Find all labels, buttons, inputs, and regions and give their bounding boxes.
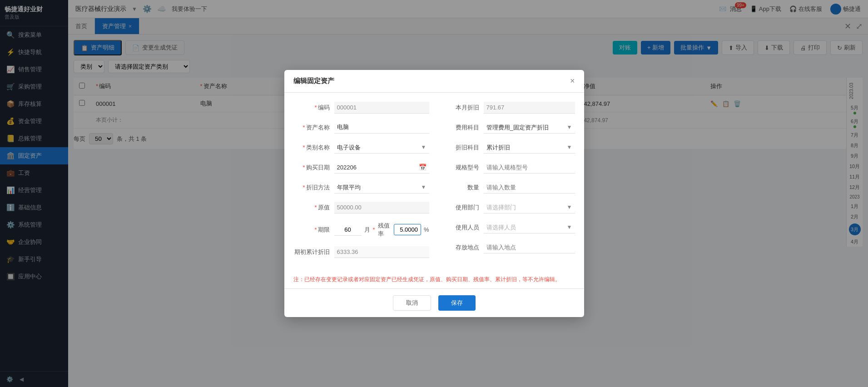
purchase-date-wrap: 📅: [334, 162, 429, 174]
form-right-col: 本月折旧 费用科目 管理费用_固定资产折旧 ▼: [443, 102, 575, 266]
spec-model-input[interactable]: [484, 162, 575, 174]
dept-label: 使用部门: [443, 203, 484, 212]
form-row-initial-cumulative-depr: 期初累计折旧: [293, 246, 429, 258]
residual-rate-input[interactable]: [394, 224, 421, 235]
modal-body: *编码 *资产名称 *类别名称: [284, 93, 584, 275]
monthly-depr-input: [484, 102, 575, 114]
spec-model-label: 规格型号: [443, 164, 484, 172]
expense-subject-label: 费用科目: [443, 124, 484, 132]
quantity-input[interactable]: [484, 182, 575, 194]
purchase-date-input[interactable]: [334, 162, 416, 173]
expense-subject-select[interactable]: 管理费用_固定资产折旧: [484, 122, 575, 133]
form-row-purchase-date: *购买日期 📅: [293, 162, 429, 174]
residual-rate-req-star: *: [373, 226, 375, 233]
modal-footer: 取消 保存: [284, 288, 584, 317]
depr-subject-label: 折旧科目: [443, 144, 484, 152]
period-unit: 月: [364, 226, 370, 234]
monthly-depr-label: 本月折旧: [443, 104, 484, 112]
original-value-label: *原值: [293, 203, 334, 212]
form-row-dept: 使用部门 请选择部门 ▼: [443, 202, 575, 213]
form-row-location: 存放地点: [443, 242, 575, 253]
purchase-date-label: *购买日期: [293, 164, 334, 172]
depr-method-select-wrap: 年限平均 ▼: [334, 182, 429, 194]
form-row-category: *类别名称 电子设备 ▼: [293, 142, 429, 154]
save-button[interactable]: 保存: [438, 295, 476, 311]
form-row-spec-model: 规格型号: [443, 162, 575, 174]
code-input[interactable]: [334, 102, 429, 114]
modal-note: 注：已经存在变更记录或者对应固定资产已经生成凭证，原值、购买日期、残值率、累计折…: [284, 275, 584, 288]
depr-method-select[interactable]: 年限平均: [334, 182, 429, 193]
form-row-expense-subject: 费用科目 管理费用_固定资产折旧 ▼: [443, 122, 575, 134]
location-label: 存放地点: [443, 243, 484, 252]
initial-cumulative-depr-input[interactable]: [334, 246, 429, 258]
form-row-quantity: 数量: [443, 182, 575, 194]
quantity-label: 数量: [443, 184, 484, 192]
form-row-monthly-depr: 本月折旧: [443, 102, 575, 114]
category-label: *类别名称: [293, 144, 334, 152]
dept-select[interactable]: 请选择部门: [484, 202, 575, 213]
form-row-depr-subject: 折旧科目 累计折旧 ▼: [443, 142, 575, 154]
code-label: *编码: [293, 104, 334, 112]
depr-subject-select[interactable]: 累计折旧: [484, 142, 575, 153]
expense-subject-wrap: 管理费用_固定资产折旧 ▼: [484, 122, 575, 134]
calendar-icon[interactable]: 📅: [416, 164, 429, 171]
form-row-name: *资产名称: [293, 122, 429, 134]
category-select-wrap: 电子设备 ▼: [334, 142, 429, 154]
form-row-person: 使用人员 请选择人员 ▼: [443, 222, 575, 233]
period-row-inline: 月 * 残值率 %: [334, 222, 429, 238]
person-label: 使用人员: [443, 223, 484, 232]
dept-select-wrap: 请选择部门 ▼: [484, 202, 575, 213]
name-label: *资产名称: [293, 124, 334, 132]
location-input[interactable]: [484, 242, 575, 253]
original-value-input[interactable]: [334, 202, 429, 213]
depr-method-label: *折旧方法: [293, 184, 334, 192]
modal-overlay: 编辑固定资产 × *编码 *资产名称: [0, 0, 868, 387]
depr-subject-wrap: 累计折旧 ▼: [484, 142, 575, 154]
form-grid: *编码 *资产名称 *类别名称: [293, 102, 575, 266]
edit-asset-modal: 编辑固定资产 × *编码 *资产名称: [284, 70, 584, 317]
name-input[interactable]: [334, 122, 429, 134]
form-row-code: *编码: [293, 102, 429, 114]
form-row-period: *期限 月 * 残值率 %: [293, 222, 429, 238]
category-select[interactable]: 电子设备: [334, 142, 429, 153]
form-row-depr-method: *折旧方法 年限平均 ▼: [293, 182, 429, 194]
modal-title: 编辑固定资产: [293, 77, 334, 85]
period-label: *期限: [293, 226, 334, 234]
form-left-col: *编码 *资产名称 *类别名称: [293, 102, 429, 266]
person-select-wrap: 请选择人员 ▼: [484, 222, 575, 233]
residual-rate-label: 残值率: [378, 222, 391, 238]
period-input[interactable]: [334, 224, 362, 236]
modal-close-button[interactable]: ×: [570, 76, 575, 86]
initial-cumulative-depr-label: 期初累计折旧: [293, 248, 334, 256]
residual-rate-unit: %: [424, 226, 429, 233]
form-row-original-value: *原值: [293, 202, 429, 213]
modal-header: 编辑固定资产 ×: [284, 70, 584, 93]
cancel-button[interactable]: 取消: [393, 295, 431, 311]
person-select[interactable]: 请选择人员: [484, 222, 575, 233]
